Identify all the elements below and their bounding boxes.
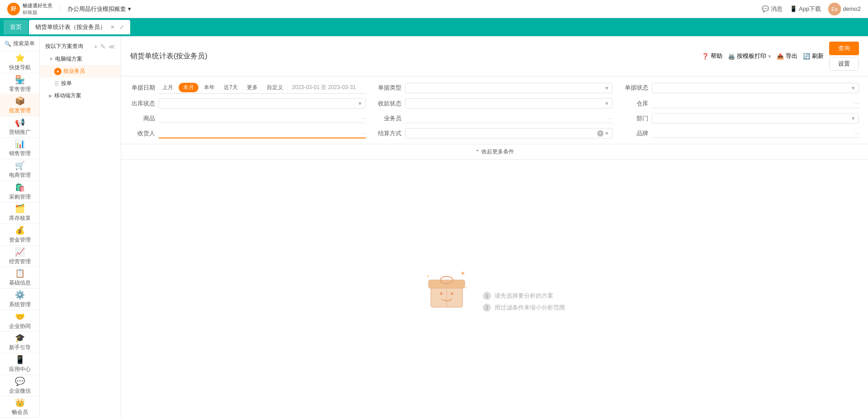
setting-button[interactable]: 设置: [829, 57, 859, 71]
brand-input[interactable]: ···: [652, 128, 859, 138]
filter-row-4: 收货人 ··· 结算方式 × ▾ 品牌 ···: [130, 128, 859, 138]
sidebar-item-enterprise-collab[interactable]: 🤝 企业协同: [0, 310, 39, 332]
sidebar-item-purchase[interactable]: 🛍️ 采购管理: [0, 181, 39, 203]
panel-actions: + ✎ ≪: [94, 43, 115, 50]
brand-dots[interactable]: ···: [854, 129, 859, 137]
sidebar-item-beginner[interactable]: 🎓 新手引导: [0, 332, 39, 353]
sidebar-item-enterprise-wechat[interactable]: 💬 企业微信: [0, 375, 39, 397]
member-icon: 👑: [15, 398, 25, 408]
home-tab-label: 首页: [10, 23, 22, 31]
warehouse-input[interactable]: ···: [652, 99, 859, 108]
sidebar-item-sales[interactable]: 📊 销售管理: [0, 138, 39, 160]
refresh-button[interactable]: 🔄 刷新: [803, 52, 824, 60]
export-label: 导出: [786, 52, 797, 60]
add-scheme-button[interactable]: +: [94, 43, 98, 50]
order-icon: ☰: [54, 81, 59, 87]
collab-icon: 🤝: [15, 312, 25, 322]
collapse-label: 收起更多条件: [481, 148, 514, 156]
message-label: 消息: [771, 5, 783, 13]
message-button[interactable]: 💬 消息: [762, 5, 783, 13]
beginner-icon: 🎓: [15, 333, 25, 343]
doc-type-label: 单据类型: [377, 84, 401, 92]
tab-close-icon[interactable]: ✕: [110, 24, 115, 30]
wechat-label: 企业微信: [9, 387, 31, 395]
search-menu-label: 搜索菜单: [13, 40, 35, 48]
app-download-button[interactable]: 📱 App下载: [790, 5, 821, 13]
tab-maximize-icon[interactable]: ⤢: [119, 24, 124, 30]
tabbar: 首页 销货单统计表（按业务员） ✕ ⤢: [0, 18, 868, 36]
product-dots[interactable]: ···: [361, 114, 366, 122]
workspace-selector[interactable]: 办公用品行业模拟账套 ▾: [67, 5, 131, 13]
template-print-button[interactable]: 🖨️ 按模板打印 ▾: [728, 52, 771, 60]
sidebar-item-member[interactable]: 👑 畅会员: [0, 396, 39, 418]
quick-nav-icon: ⭐: [15, 53, 25, 63]
sidebar-item-app-center[interactable]: 📱 应用中心: [0, 353, 39, 375]
consignee-dots[interactable]: ···: [361, 129, 366, 137]
sidebar-item-marketing[interactable]: 📢 营销推广: [0, 116, 39, 138]
date-range-display: 2023-03-01 至 2023-03-31: [292, 84, 356, 91]
sidebar-item-retail[interactable]: 🏪 零售管理: [0, 73, 39, 95]
sidebar-item-operations[interactable]: 📈 经营管理: [0, 246, 39, 267]
doc-type-select[interactable]: ▾: [405, 83, 612, 93]
app-download-label: App下载: [799, 5, 821, 13]
tree-arrow-icon: ▼: [49, 57, 53, 62]
salesperson-input[interactable]: ···: [405, 114, 612, 123]
step-2-num: 2: [483, 304, 491, 312]
salesperson-dots[interactable]: ···: [607, 114, 613, 122]
logo-area: 好 畅捷通好生意 标账版: [7, 2, 52, 15]
tree-by-order[interactable]: ☰ 按单: [40, 77, 121, 90]
system-icon: ⚙️: [15, 290, 25, 300]
edit-scheme-button[interactable]: ✎: [100, 43, 106, 50]
warehouse-dots[interactable]: ···: [854, 100, 859, 107]
date-tab-this-year[interactable]: 本年: [200, 83, 218, 92]
stock-out-select[interactable]: ▾: [159, 98, 366, 109]
tree-by-salesperson[interactable]: ● 按业务员: [40, 65, 121, 77]
tree-mobile-schemes[interactable]: ▶ 移动端方案: [40, 90, 121, 102]
export-icon: 📤: [777, 53, 784, 60]
sidebar-item-inventory[interactable]: 🗂️ 库存核算: [0, 203, 39, 224]
collapse-panel-button[interactable]: ≪: [108, 43, 115, 50]
main-layout: 🔍 搜索菜单 ⭐ 快捷导航 🏪 零售管理 📦 批发管理 📢 营销推广 📊 销售管…: [0, 36, 868, 418]
date-tab-custom[interactable]: 自定义: [263, 83, 287, 92]
department-arrow: ▾: [852, 115, 855, 122]
finance-icon: 💰: [15, 225, 25, 235]
receipt-status-select[interactable]: ▾: [405, 98, 612, 109]
settlement-clear-button[interactable]: ×: [597, 130, 604, 137]
sidebar-item-basic-info[interactable]: 📋 基础信息: [0, 267, 39, 289]
doc-status-select[interactable]: ▾: [652, 83, 859, 93]
warehouse-label: 仓库: [623, 100, 648, 108]
date-tab-7days[interactable]: 近7天: [220, 83, 241, 92]
date-tab-last-month[interactable]: 上月: [159, 83, 177, 92]
collapse-bar[interactable]: ⌃ 收起更多条件: [121, 144, 868, 160]
purchase-label: 采购管理: [9, 193, 31, 201]
sidebar-search[interactable]: 🔍 搜索菜单: [0, 36, 39, 52]
tree-mobile-label: 移动端方案: [54, 92, 81, 100]
tab-home[interactable]: 首页: [4, 20, 28, 34]
date-tab-this-month[interactable]: 本月: [179, 83, 198, 92]
user-menu[interactable]: Ea demo2: [828, 3, 861, 15]
query-button[interactable]: 查询: [829, 42, 859, 55]
beginner-label: 新手引导: [9, 344, 31, 352]
sidebar-item-quick-nav[interactable]: ⭐ 快捷导航: [0, 52, 39, 73]
date-tab-more[interactable]: 更多: [243, 83, 261, 92]
sidebar-item-wholesale[interactable]: 📦 批发管理: [0, 95, 39, 116]
sales-tab-label: 销货单统计表（按业务员）: [35, 23, 106, 31]
empty-step-1: 1 请先选择要分析的方案: [483, 292, 565, 300]
purchase-icon: 🛍️: [15, 182, 25, 192]
retail-icon: 🏪: [15, 75, 25, 85]
sidebar-item-finance[interactable]: 💰 资金管理: [0, 224, 39, 246]
settlement-select[interactable]: × ▾: [405, 128, 612, 138]
export-button[interactable]: 📤 导出: [777, 52, 797, 60]
panel-title: 按以下方案查询: [45, 43, 83, 50]
sidebar-item-system[interactable]: ⚙️ 系统管理: [0, 289, 39, 310]
help-button[interactable]: ❓ 帮助: [702, 52, 722, 60]
consignee-input[interactable]: ···: [159, 128, 366, 138]
workspace-arrow: ▾: [128, 5, 131, 12]
tree-pc-schemes[interactable]: ▼ 电脑端方案: [40, 53, 121, 65]
panel-header: 按以下方案查询 + ✎ ≪: [40, 40, 121, 53]
search-icon: 🔍: [5, 41, 11, 47]
department-select[interactable]: ▾: [652, 113, 859, 124]
tab-sales-stats[interactable]: 销货单统计表（按业务员） ✕ ⤢: [29, 20, 130, 34]
sidebar-item-ecommerce[interactable]: 🛒 电商管理: [0, 159, 39, 181]
product-input[interactable]: ···: [159, 114, 366, 123]
